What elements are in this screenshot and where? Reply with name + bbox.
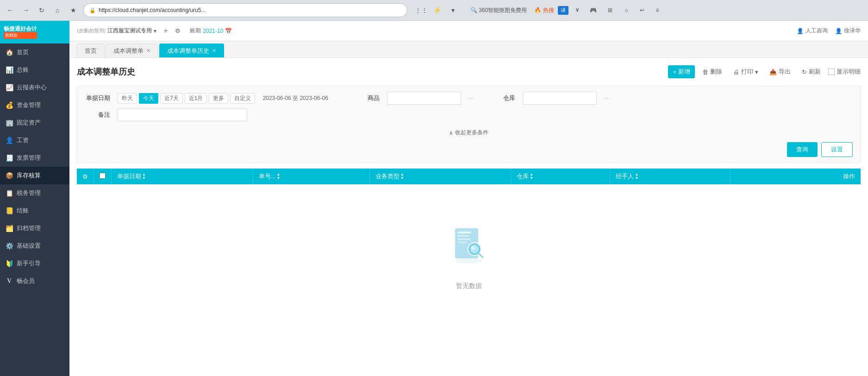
page-header: 成本调整单历史 + 新增 🗑 删除 🖨 打印 ▾ — [77, 65, 861, 78]
col-settings[interactable]: ⚙ — [77, 169, 94, 184]
sidebar-item-archive[interactable]: 🗂️ 归档管理 — [0, 219, 69, 237]
sidebar-logo[interactable]: 畅捷通好会计 旗舰版 — [0, 21, 69, 44]
remark-filter-input[interactable] — [118, 108, 247, 121]
tool-2[interactable]: 🎮 — [586, 6, 600, 14]
sidebar-item-assets[interactable]: 🏢 固定资产 — [0, 114, 69, 132]
tool-4[interactable]: ☼ — [620, 6, 632, 14]
col-warehouse[interactable]: 仓库 ▲▼ — [511, 169, 610, 184]
sidebar-item-inventory[interactable]: 📦 库存核算 — [0, 167, 69, 184]
logo-badge: 旗舰版 — [4, 32, 37, 39]
delete-icon: 🗑 — [702, 69, 708, 75]
sidebar-item-guide[interactable]: 🔰 新手引导 — [0, 255, 69, 272]
dropdown-arrow-icon: ▾ — [154, 28, 156, 34]
company-selector[interactable]: (勿删勿禁用) 江西服宝测试专用 ▾ — [77, 27, 156, 35]
collapse-button[interactable]: ∧ 收起更多条件 — [449, 129, 488, 137]
sidebar-item-closing[interactable]: 📒 结账 — [0, 202, 69, 219]
setup-button[interactable]: 设置 — [821, 142, 853, 157]
date-btn-more[interactable]: 更多 — [209, 93, 228, 104]
search-tool[interactable]: 🔍 360智能抠图免费用 — [467, 6, 531, 15]
export-button[interactable]: 📤 导出 — [766, 66, 794, 78]
add-button[interactable]: + 新增 — [668, 65, 695, 78]
date-btn-yesterday[interactable]: 昨天 — [118, 93, 137, 104]
sidebar-item-reports[interactable]: 📈 云报表中心 — [0, 79, 69, 96]
warehouse-more-icon[interactable]: ··· — [604, 95, 609, 101]
col-type[interactable]: 业务类型 ▲▼ — [369, 169, 511, 184]
forward-button[interactable]: → — [19, 4, 32, 17]
calendar-icon[interactable]: 📅 — [225, 28, 232, 34]
member-icon: V — [6, 277, 13, 285]
print-label: 打印 — [741, 68, 753, 76]
date-btn-7days[interactable]: 近7天 — [160, 93, 183, 104]
print-button[interactable]: 🖨 打印 ▾ — [730, 66, 762, 78]
settings-gear-icon[interactable]: ⚙ — [175, 27, 181, 34]
sidebar-item-funds[interactable]: 💰 资金管理 — [0, 96, 69, 114]
sidebar: 畅捷通好会计 旗舰版 🏠 首页 📊 总账 📈 云报表中心 💰 资金管理 🏢 固定… — [0, 21, 69, 376]
empty-illustration — [446, 221, 492, 276]
col-handler[interactable]: 经手人 ▲▼ — [610, 169, 731, 184]
sidebar-label-payroll: 工资 — [17, 136, 29, 144]
tab-cost-adjust-close-icon[interactable]: ✕ — [146, 48, 150, 54]
refresh-label: 刷新 — [809, 68, 821, 76]
tab-cost-adjust[interactable]: 成本调整单 ✕ — [106, 44, 158, 57]
back-button[interactable]: ← — [4, 4, 17, 17]
service-button[interactable]: 👤 人工咨询 — [797, 27, 828, 35]
tab-home[interactable]: 首页 — [77, 44, 105, 57]
sort-arrows-warehouse: ▲▼ — [530, 173, 533, 180]
sort-arrows-number: ▲▼ — [276, 173, 280, 180]
date-btn-today[interactable]: 今天 — [139, 93, 158, 104]
print-dropdown-icon: ▾ — [755, 69, 758, 75]
sidebar-item-member[interactable]: V 畅会员 — [0, 272, 69, 290]
tool-3[interactable]: ⊞ — [604, 6, 616, 14]
svg-rect-5 — [457, 242, 467, 243]
data-table: ⚙ 单据日期 ▲▼ 单号... — [77, 169, 861, 184]
select-all-checkbox[interactable] — [100, 173, 106, 179]
date-btn-1month[interactable]: 近1月 — [185, 93, 207, 104]
home-button[interactable]: ⌂ — [51, 4, 64, 17]
tool-5[interactable]: ↩ — [636, 6, 648, 14]
date-btn-custom[interactable]: 自定义 — [230, 93, 255, 104]
tab-cost-adjust-history[interactable]: 成本调整单历史 ✕ — [159, 44, 224, 57]
filter-row-remark: 备注 — [85, 108, 853, 121]
query-button[interactable]: 查询 — [787, 142, 818, 157]
grid-button[interactable]: ⋮⋮ — [415, 4, 428, 17]
reload-button[interactable]: ↻ — [35, 4, 48, 17]
tax-icon: 📋 — [6, 189, 13, 197]
col-checkbox[interactable] — [94, 169, 112, 184]
goods-filter-input[interactable] — [387, 92, 461, 105]
sidebar-item-payroll[interactable]: 👤 工资 — [0, 132, 69, 149]
col-operations: 操作 — [731, 169, 861, 184]
sidebar-item-tax[interactable]: 📋 税务管理 — [0, 184, 69, 202]
col-number[interactable]: 单号... ▲▼ — [253, 169, 369, 184]
translate-button[interactable]: 译 — [558, 6, 568, 15]
tab-home-label: 首页 — [85, 47, 97, 55]
browser-chrome: ← → ↻ ⌂ ★ 🔒 https://cloud.chanjet.com/ac… — [0, 0, 868, 21]
sidebar-item-home[interactable]: 🏠 首页 — [0, 44, 69, 61]
period-label: 账期 — [190, 27, 201, 35]
tab-cost-adjust-history-close-icon[interactable]: ✕ — [212, 48, 216, 54]
display-checkbox[interactable] — [828, 69, 835, 75]
dropdown-button[interactable]: ▾ — [446, 4, 459, 17]
warehouse-filter-input[interactable] — [523, 92, 597, 105]
hot-search[interactable]: 🔥 热搜 — [534, 6, 554, 14]
page-actions: + 新增 🗑 删除 🖨 打印 ▾ 📤 导出 — [668, 65, 861, 78]
bookmark-button[interactable]: ★ — [67, 4, 80, 17]
sidebar-item-settings[interactable]: ⚙️ 基础设置 — [0, 237, 69, 255]
home-icon: 🏠 — [6, 49, 13, 56]
svg-rect-2 — [457, 232, 471, 233]
sidebar-item-invoice[interactable]: 🧾 发票管理 — [0, 149, 69, 167]
remark-filter-label: 备注 — [85, 111, 110, 119]
user-info[interactable]: 👤 徐泽华 — [835, 27, 861, 35]
tool-6[interactable]: ≡ — [652, 6, 662, 14]
delete-button[interactable]: 🗑 删除 — [699, 66, 726, 78]
tool-1[interactable]: ¥ — [572, 6, 583, 14]
col-date[interactable]: 单据日期 ▲▼ — [112, 169, 253, 184]
lightning-button[interactable]: ⚡ — [431, 4, 443, 17]
add-company-button[interactable]: ＋ — [162, 26, 169, 36]
user-name: 徐泽华 — [844, 27, 861, 35]
refresh-button[interactable]: ↻ 刷新 — [798, 66, 824, 78]
display-toggle[interactable]: 显示明细 — [828, 68, 861, 76]
address-bar[interactable]: 🔒 https://cloud.chanjet.com/accounting/u… — [83, 3, 407, 17]
delete-label: 删除 — [710, 68, 722, 76]
goods-more-icon[interactable]: ··· — [468, 95, 473, 101]
sidebar-item-ledger[interactable]: 📊 总账 — [0, 61, 69, 79]
